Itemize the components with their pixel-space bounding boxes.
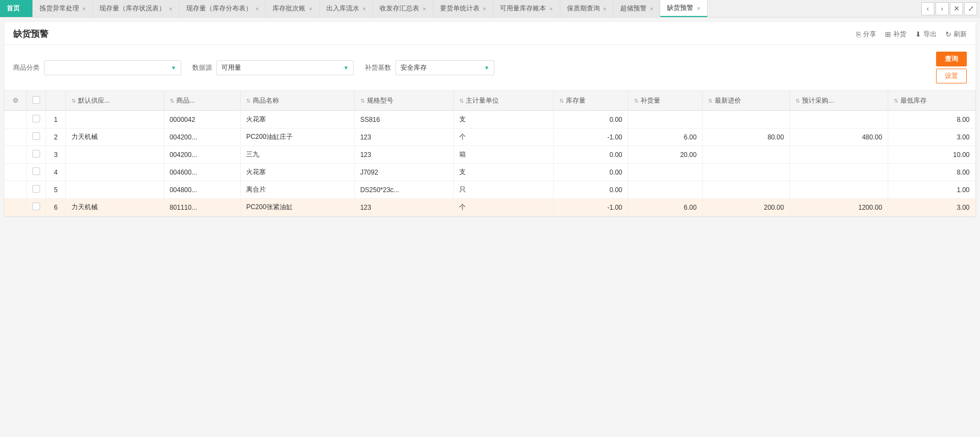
tab-close-recv-summary[interactable]: ×: [422, 5, 426, 12]
row-checkbox[interactable]: [32, 203, 40, 210]
tab-prev-button[interactable]: ‹: [921, 2, 934, 15]
tab-close-batch-account[interactable]: ×: [309, 5, 312, 12]
replenish-cell: [628, 164, 702, 181]
tab-nav-buttons: ‹ › ✕ ⤢: [921, 2, 980, 15]
datasource-value: 可用量: [221, 63, 241, 72]
replenish-basis-select[interactable]: 安全库存 ▼: [396, 60, 494, 75]
sort-code-icon[interactable]: ⇅: [170, 98, 174, 104]
tab-close-inventory-dist[interactable]: ×: [255, 5, 259, 12]
sort-price-icon[interactable]: ⇅: [708, 98, 712, 104]
tab-home[interactable]: 首页: [0, 0, 33, 17]
tab-close-available-ledger[interactable]: ×: [549, 5, 553, 12]
tab-inventory-dist[interactable]: 现存量（库存分布表）×: [180, 0, 266, 17]
refresh-icon: ↻: [945, 30, 951, 38]
min-stock-cell: 10.00: [888, 146, 975, 164]
refresh-button[interactable]: ↻ 刷新: [945, 30, 967, 39]
tab-inout-flow[interactable]: 出入库流水×: [320, 0, 373, 17]
row-checkbox[interactable]: [32, 115, 40, 122]
table-row: 6力天机械801110...PC200张紧油缸123个-1.006.00200.…: [4, 199, 976, 216]
tab-fullscreen-button[interactable]: ⤢: [964, 2, 977, 15]
tab-close-inventory-status[interactable]: ×: [169, 5, 172, 12]
share-button[interactable]: ⎘ 分享: [856, 30, 876, 39]
table-header-row: ⚙ ⇅默认供应... ⇅商品... ⇅商品名称: [4, 91, 976, 111]
spec-cell: 123: [354, 199, 453, 216]
min-stock-cell: 8.00: [888, 111, 975, 128]
tab-overstock[interactable]: 超储预警×: [614, 0, 660, 17]
tab-close-order-stats[interactable]: ×: [483, 5, 486, 12]
tab-inventory-status[interactable]: 现存量（库存状况表）×: [93, 0, 179, 17]
stock-cell: -1.00: [554, 128, 628, 146]
est-cell: [790, 146, 888, 164]
page-title: 缺货预警: [13, 29, 48, 40]
query-button[interactable]: 查询: [936, 52, 967, 66]
replenish-cell: 6.00: [628, 199, 702, 216]
row-checkbox[interactable]: [32, 185, 40, 193]
th-replenish-label: 补货量: [641, 96, 660, 105]
sort-supplier-icon[interactable]: ⇅: [71, 98, 76, 104]
tab-batch-account[interactable]: 库存批次账×: [266, 0, 319, 17]
sort-stock-icon[interactable]: ⇅: [559, 98, 564, 104]
tab-shortage[interactable]: 缺货预警×: [660, 0, 707, 17]
est-cell: 1200.00: [790, 199, 888, 216]
supplier-cell: [66, 164, 164, 181]
select-all-checkbox[interactable]: [32, 96, 40, 104]
sort-name-icon[interactable]: ⇅: [246, 98, 250, 104]
tab-expiry-query[interactable]: 保质期查询×: [560, 0, 614, 17]
replenish-basis-filter-group: 补货基数 安全库存 ▼: [365, 60, 494, 75]
export-button[interactable]: ⬇ 导出: [915, 30, 937, 39]
th-min-stock: ⇅最低库存: [888, 91, 975, 111]
sort-replenish-icon[interactable]: ⇅: [634, 98, 638, 104]
th-unit-label: 主计量单位: [466, 96, 499, 105]
share-icon: ⎘: [856, 30, 861, 38]
tab-close-shortage[interactable]: ×: [697, 5, 700, 12]
code-cell: 0000042: [164, 111, 240, 128]
header-actions: ⎘ 分享 ⊞ 补货 ⬇ 导出 ↻ 刷新: [856, 30, 967, 39]
sort-min-icon[interactable]: ⇅: [894, 98, 898, 104]
th-row-num: [46, 91, 66, 111]
est-cell: [790, 111, 888, 128]
tab-close-overstock[interactable]: ×: [650, 5, 653, 12]
row-checkbox[interactable]: [32, 132, 40, 140]
th-default-supplier: ⇅默认供应...: [66, 91, 164, 111]
category-filter-group: 商品分类 ▼: [13, 60, 181, 75]
th-est-purchase: ⇅预计采购...: [790, 91, 888, 111]
replenish-icon: ⊞: [885, 30, 891, 38]
tab-label-inventory-dist: 现存量（库存分布表）: [186, 4, 252, 13]
datasource-select[interactable]: 可用量 ▼: [216, 60, 354, 75]
tab-close-inout-flow[interactable]: ×: [363, 5, 366, 12]
tab-order-stats[interactable]: 要货单统计表×: [433, 0, 493, 17]
sort-spec-icon[interactable]: ⇅: [360, 98, 365, 104]
row-gear-cell: [4, 111, 27, 128]
category-label: 商品分类: [13, 63, 40, 72]
row-checkbox[interactable]: [32, 167, 40, 175]
tab-label-exception: 拣货异常处理: [40, 4, 79, 13]
tab-available-ledger[interactable]: 可用量库存账本×: [493, 0, 560, 17]
tab-close-all-button[interactable]: ✕: [950, 2, 963, 15]
sort-unit-icon[interactable]: ⇅: [459, 98, 464, 104]
settings-gear-icon[interactable]: ⚙: [10, 95, 21, 106]
replenish-cell: [628, 181, 702, 199]
name-cell: PC200张紧油缸: [241, 199, 355, 216]
tab-label-shortage: 缺货预警: [667, 3, 693, 13]
filter-actions: 查询 设置: [936, 52, 967, 83]
row-checkbox[interactable]: [32, 150, 40, 158]
tab-close-exception[interactable]: ×: [82, 5, 86, 12]
supplier-cell: [66, 111, 164, 128]
th-code-label: 商品...: [176, 96, 195, 105]
row-number: 4: [46, 164, 66, 181]
category-chevron-icon: ▼: [171, 65, 176, 71]
category-select[interactable]: ▼: [44, 60, 181, 75]
row-number: 5: [46, 181, 66, 199]
settings-button[interactable]: 设置: [936, 69, 967, 83]
tab-label-expiry-query: 保质期查询: [567, 4, 600, 13]
tab-exception[interactable]: 拣货异常处理×: [33, 0, 93, 17]
name-cell: 火花塞: [241, 111, 355, 128]
th-latest-price: ⇅最新进价: [703, 91, 790, 111]
tab-close-expiry-query[interactable]: ×: [603, 5, 606, 12]
replenish-button[interactable]: ⊞ 补货: [885, 30, 906, 39]
code-cell: 004600...: [164, 164, 240, 181]
spec-cell: 123: [354, 128, 453, 146]
tab-next-button[interactable]: ›: [936, 2, 949, 15]
tab-recv-summary[interactable]: 收发存汇总表×: [373, 0, 433, 17]
sort-est-icon[interactable]: ⇅: [795, 98, 800, 104]
